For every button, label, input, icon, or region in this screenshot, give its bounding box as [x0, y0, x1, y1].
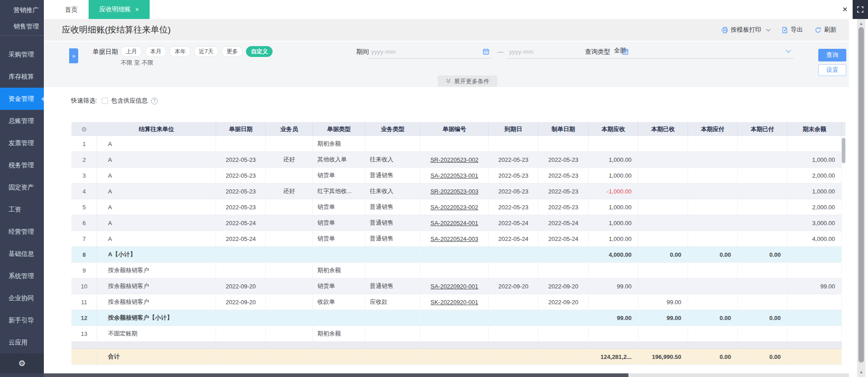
cell-paid — [738, 263, 788, 278]
doc-no-link[interactable]: SA-20220523-002 — [430, 204, 478, 211]
table-row[interactable]: 2A2022-05-23还好其他收入单往来收入SR-20220523-00220… — [71, 152, 842, 168]
table-row[interactable]: 7A2022-05-24销货单普通销售SA-20220524-0032022-0… — [71, 231, 842, 247]
cell-doc-no: SA-20220523-002 — [420, 199, 489, 215]
filter-panel: » 单据日期 上月本月本年近7天更多自定义 不限 至 不限 期间 — 查询类型 … — [44, 41, 849, 87]
cell-unit: A — [97, 184, 216, 199]
col-header[interactable]: 单据类型 — [313, 122, 365, 136]
fullscreen-icon[interactable] — [853, 0, 868, 19]
doc-no-link[interactable]: SK-20220920-001 — [430, 299, 478, 306]
sidebar-item[interactable]: 系统管理 — [0, 265, 44, 287]
sidebar-item[interactable]: 营销推广 — [0, 2, 44, 18]
cell-paid: 0.00 — [738, 349, 788, 364]
sidebar-item[interactable]: 固定资产 — [0, 176, 44, 198]
settings-button[interactable]: 设置 — [818, 64, 846, 76]
col-header[interactable]: 结算往来单位 — [97, 122, 216, 136]
print-by-template-button[interactable]: 按模板打印 — [722, 26, 770, 34]
date-pill[interactable]: 上月 — [121, 46, 142, 57]
column-settings-gear-icon[interactable]: ⚙ — [71, 122, 97, 136]
tab-close-icon[interactable]: ✕ — [135, 7, 139, 13]
col-header[interactable]: 本期应付 — [688, 122, 738, 136]
col-header[interactable]: 制单日期 — [538, 122, 589, 136]
search-button[interactable]: 查询 — [818, 49, 846, 61]
refresh-button[interactable]: 刷新 — [815, 26, 836, 34]
sidebar-item[interactable]: 库存核算 — [0, 66, 44, 88]
sidebar-item[interactable]: 工资 — [0, 198, 44, 221]
col-header[interactable]: 本期已付 — [738, 122, 788, 136]
cell-salesperson — [266, 310, 313, 325]
range-dash: — — [497, 46, 504, 57]
table-row[interactable]: 12按余额核销客户【小计】99.0099.000.000.00 — [71, 310, 842, 326]
window-close-button[interactable]: ✕ — [837, 0, 853, 19]
scroll-down-arrow[interactable]: ▼ — [857, 369, 865, 376]
col-header[interactable]: 到期日 — [489, 122, 538, 136]
horizontal-scrollbar-thumb[interactable] — [44, 373, 628, 377]
cell-unit: 按余额核销客户【小计】 — [97, 310, 216, 325]
sidebar-item[interactable]: 税务管理 — [0, 154, 44, 176]
table-row[interactable]: 8A【小计】4,000.000.000.000.00 — [71, 247, 842, 263]
table-row[interactable]: 9按余额核销客户期初余额 — [71, 263, 842, 278]
col-header[interactable]: 单据日期 — [216, 122, 266, 136]
table-row[interactable]: 1A期初余额 — [71, 136, 842, 152]
printer-icon — [722, 27, 728, 33]
table-row[interactable]: 5A2022-05-23销货单普通销售SA-20220523-0022022-0… — [71, 199, 842, 215]
date-pill[interactable]: 本年 — [170, 46, 191, 57]
sidebar-item[interactable]: 云应用 — [0, 331, 44, 353]
sidebar-item[interactable]: 资金管理 — [0, 88, 44, 110]
cell-due-date — [489, 310, 538, 325]
col-header[interactable]: 单据编号 — [420, 122, 489, 136]
query-type-select[interactable]: 全部 — [611, 45, 794, 59]
sidebar-item[interactable]: 总账管理 — [0, 110, 44, 132]
table-row[interactable]: 13不固定账期期初余额 — [71, 326, 842, 342]
table-row[interactable]: 11按余额核销客户2022-09-20收款单应收款SK-20220920-001… — [71, 294, 842, 310]
table-row[interactable]: 6A2022-05-24销货单普通销售SA-20220524-0012022-0… — [71, 215, 842, 231]
calendar-icon[interactable] — [482, 48, 490, 55]
page-vertical-scrollbar[interactable]: ▲ ▼ — [857, 19, 865, 377]
date-pill-custom[interactable]: 自定义 — [246, 46, 273, 57]
sidebar-item[interactable]: 采购管理 — [0, 43, 44, 66]
help-icon[interactable]: ? — [151, 98, 158, 104]
table-row[interactable]: 10按余额核销客户2022-09-20销货单普通销售SA-20220920-00… — [71, 278, 842, 294]
sidebar-item[interactable]: 新手引导 — [0, 309, 44, 331]
col-header[interactable]: 期末余额 — [788, 122, 842, 136]
doc-no-link[interactable]: SA-20220524-003 — [430, 236, 478, 242]
tab-home[interactable]: 首页 — [54, 0, 89, 19]
sidebar-item[interactable]: 经营管理 — [0, 221, 44, 243]
include-supply-checkbox[interactable] — [102, 98, 108, 104]
doc-no-link[interactable]: SR-20220523-002 — [430, 156, 478, 163]
sidebar-item[interactable]: 发票管理 — [0, 132, 44, 154]
date-pill[interactable]: 更多 — [222, 46, 243, 57]
cell-balance: 4,000.00 — [788, 231, 842, 246]
doc-no-link[interactable]: SR-20220523-003 — [430, 188, 478, 195]
col-header[interactable]: 业务类型 — [365, 122, 420, 136]
settings-gear-icon[interactable]: ⚙ — [18, 358, 25, 368]
tab-receivable-ledger[interactable]: 应收明细账 ✕ — [89, 0, 150, 19]
cell-salesperson — [266, 263, 313, 278]
table-scrollbar-thumb[interactable] — [842, 138, 845, 163]
export-button[interactable]: 导出 — [782, 26, 803, 34]
cell-balance — [788, 349, 842, 364]
date-pill[interactable]: 本月 — [145, 46, 166, 57]
sidebar-item[interactable]: 基础信息 — [0, 243, 44, 265]
collapse-filter-button[interactable]: » — [69, 48, 78, 63]
cell-create-date: 2022-05-23 — [538, 168, 589, 183]
table-row[interactable]: 4A2022-05-23还好红字其他收...往来收入SR-20220523-00… — [71, 184, 842, 199]
date-pill[interactable]: 近7天 — [194, 46, 218, 57]
expand-more-button[interactable]: 展开更多条件 — [438, 75, 497, 87]
page-scrollbar-thumb[interactable] — [859, 27, 864, 363]
col-header[interactable]: 本期应收 — [589, 122, 638, 136]
horizontal-scrollbar[interactable] — [44, 373, 849, 377]
col-header[interactable]: 业务员 — [266, 122, 313, 136]
period-start-input[interactable] — [371, 45, 467, 58]
doc-no-link[interactable]: SA-20220524-001 — [430, 220, 478, 226]
scroll-up-arrow[interactable]: ▲ — [857, 20, 865, 27]
doc-no-link[interactable]: SA-20220523-001 — [430, 172, 478, 179]
chevron-down-icon[interactable] — [766, 27, 771, 31]
col-header[interactable]: 本期已收 — [638, 122, 688, 136]
sidebar-item[interactable]: 企业协同 — [0, 287, 44, 309]
table-total-row[interactable]: 合计124,281,2...196,990.500.000.00 — [71, 349, 842, 365]
cell-doc-date: 2022-05-24 — [216, 231, 266, 246]
cell-doc-type — [313, 247, 365, 262]
table-row[interactable]: 3A2022-05-23销货单普通销售SA-20220523-0012022-0… — [71, 168, 842, 184]
sidebar-item[interactable]: 销售管理 — [0, 18, 44, 34]
doc-no-link[interactable]: SA-20220920-001 — [430, 283, 478, 290]
